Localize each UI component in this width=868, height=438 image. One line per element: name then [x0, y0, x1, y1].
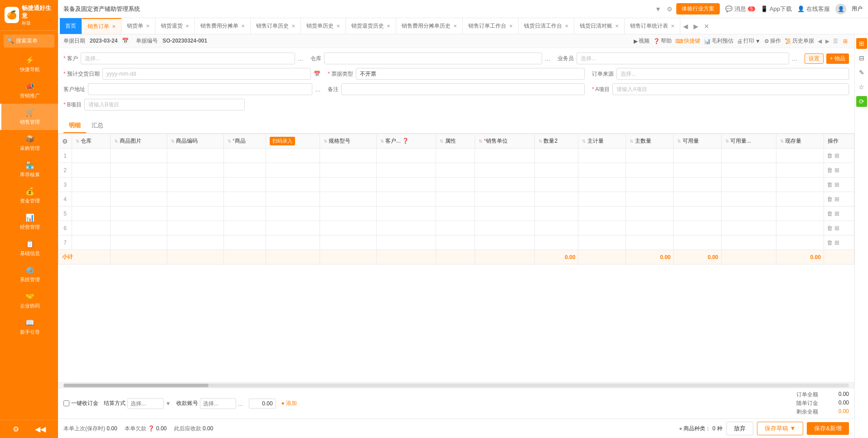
- settings-icon[interactable]: ⚙: [667, 5, 673, 13]
- tab-close-icon[interactable]: ✕: [565, 24, 568, 29]
- b-project-input[interactable]: [84, 99, 245, 111]
- side-refresh-icon[interactable]: ⟳: [856, 96, 867, 107]
- sidebar-item-finance[interactable]: 💰 资金管理: [0, 183, 58, 209]
- scroll-thumb[interactable]: [63, 384, 209, 387]
- toolbar-nav-prev[interactable]: ◀: [818, 38, 822, 44]
- tab-return-history[interactable]: 销货单历史 ✕: [301, 18, 346, 34]
- row-delete-icon[interactable]: 🗑: [827, 152, 833, 159]
- row-available[interactable]: [674, 149, 721, 163]
- row-delete-icon[interactable]: 🗑: [827, 167, 833, 173]
- sidebar-item-inventory[interactable]: 🏪 库存核算: [0, 156, 58, 183]
- payment-method-input[interactable]: [127, 398, 164, 409]
- tab-next-btn[interactable]: ▶: [691, 23, 701, 30]
- tab-sales-order[interactable]: 销售订单 ✕: [82, 18, 121, 34]
- tab-close-icon[interactable]: ✕: [146, 24, 150, 29]
- row-sales-unit[interactable]: [475, 149, 534, 163]
- row-copy-icon[interactable]: ⊞: [834, 210, 839, 217]
- toolbar-nav-next[interactable]: ▶: [825, 38, 829, 44]
- row-copy-icon[interactable]: ⊞: [834, 239, 839, 246]
- sidebar-item-operations[interactable]: 📊 经营管理: [0, 209, 58, 235]
- row-delete-icon[interactable]: 🗑: [827, 196, 833, 202]
- row-product[interactable]: [223, 149, 266, 163]
- tab-close-icon[interactable]: ✕: [671, 24, 674, 29]
- operation-btn[interactable]: ⚙ 操作: [764, 37, 781, 45]
- add-item-btn[interactable]: ● 添加: [281, 399, 297, 407]
- row-main-unit[interactable]: [578, 149, 626, 163]
- row-copy-icon[interactable]: ⊞: [834, 196, 839, 202]
- one-click-collect-checkbox[interactable]: 一键收订金: [63, 399, 98, 407]
- row-delete-icon[interactable]: 🗑: [827, 210, 833, 217]
- tab-close-icon[interactable]: ✕: [509, 24, 513, 29]
- sidebar-item-quick-nav[interactable]: ⚡ 快捷导航: [0, 51, 58, 77]
- row-attribute[interactable]: [436, 149, 475, 163]
- row-copy-icon[interactable]: ⊞: [834, 152, 839, 159]
- toolbar-grid-view[interactable]: ⊞: [842, 38, 849, 45]
- salesman-input[interactable]: [577, 53, 789, 64]
- view-btn[interactable]: ▶ 视频: [634, 37, 650, 45]
- row-delete-icon[interactable]: 🗑: [827, 181, 833, 188]
- one-click-checkbox-input[interactable]: [63, 400, 69, 406]
- history-btn[interactable]: 📜 历史单据: [785, 37, 814, 45]
- invoice-type-select[interactable]: 不开票: [356, 68, 585, 80]
- user-avatar[interactable]: 👤: [835, 4, 846, 14]
- row-delete-icon[interactable]: 🗑: [827, 225, 833, 231]
- warehouse-field-more[interactable]: ...: [545, 55, 550, 62]
- help-icon[interactable]: ❓: [402, 138, 409, 144]
- row-current-stock[interactable]: [776, 149, 824, 163]
- draft-btn[interactable]: 保存草稿 ▼: [757, 422, 803, 435]
- tab-order-stats[interactable]: 销售订单统计表 ✕: [625, 18, 680, 34]
- row-customer-field[interactable]: [376, 149, 436, 163]
- tab-sales-refund[interactable]: 销货退货 ✕: [155, 18, 195, 34]
- addr-more[interactable]: ...: [315, 86, 320, 93]
- app-download-btn[interactable]: 📱 App下载: [761, 5, 792, 13]
- tab-refund-history[interactable]: 销货退货历史 ✕: [346, 18, 396, 34]
- this-save-help[interactable]: ❓: [148, 425, 155, 432]
- tab-close-icon[interactable]: ✕: [453, 24, 457, 29]
- scan-btn[interactable]: 扫码录入: [270, 137, 295, 145]
- a-project-input[interactable]: [612, 83, 849, 95]
- save-new-btn[interactable]: 保存&新增: [807, 422, 849, 435]
- sub-tab-detail[interactable]: 明细: [63, 119, 86, 133]
- sidebar-item-guide[interactable]: 📖 新手引导: [0, 314, 58, 340]
- sub-tab-summary[interactable]: 汇总: [86, 119, 109, 133]
- sidebar-collapse-btn[interactable]: ◀◀: [35, 425, 46, 433]
- sidebar-item-basic-info[interactable]: 📋 基础信息: [0, 235, 58, 261]
- tab-prev-btn[interactable]: ◀: [680, 23, 691, 30]
- help-btn[interactable]: ❓ 帮助: [653, 37, 672, 45]
- shortcut-btn[interactable]: ⌨ 快捷键: [675, 37, 700, 45]
- customer-addr-input[interactable]: [88, 83, 312, 95]
- toolbar-list-view[interactable]: ☰: [833, 38, 838, 44]
- customer-input[interactable]: [81, 53, 295, 64]
- row-qty2[interactable]: [535, 149, 578, 163]
- sidebar-item-system[interactable]: ⚙️ 系统管理: [0, 261, 58, 288]
- tab-close-icon[interactable]: ✕: [241, 24, 245, 29]
- tab-home[interactable]: 首页: [60, 18, 82, 34]
- sidebar-item-marketing[interactable]: 📣 营销推广: [0, 77, 58, 104]
- online-support-btn[interactable]: 👤 在线客服: [797, 5, 830, 13]
- system-title-dropdown[interactable]: ▼: [655, 5, 661, 13]
- calendar-icon[interactable]: 📅: [122, 38, 129, 44]
- add-product-btn[interactable]: + 物品: [826, 53, 849, 64]
- row-main-qty[interactable]: [626, 149, 674, 163]
- remark-input[interactable]: [341, 83, 585, 95]
- tab-close-icon[interactable]: ✕: [185, 24, 189, 29]
- row-copy-icon[interactable]: ⊞: [834, 225, 839, 231]
- row-product-code[interactable]: [167, 149, 224, 163]
- customer-field-more[interactable]: ...: [298, 55, 303, 62]
- row-copy-icon[interactable]: ⊞: [834, 167, 839, 173]
- tab-sales-fee-split[interactable]: 销售费用分摊单 ✕: [195, 18, 251, 34]
- tab-close-icon[interactable]: ✕: [112, 24, 116, 29]
- tab-close-icon[interactable]: ✕: [615, 24, 619, 29]
- tab-expand-btn[interactable]: ✕: [701, 23, 712, 30]
- row-delete-icon[interactable]: 🗑: [827, 239, 833, 246]
- tab-fee-history[interactable]: 销售费用分摊单历史 ✕: [396, 18, 463, 34]
- tab-sales-return[interactable]: 销货单 ✕: [121, 18, 155, 34]
- row-spec[interactable]: [320, 149, 376, 163]
- tab-order-workspace[interactable]: 销售订单工作台 ✕: [463, 18, 519, 34]
- warehouse-input[interactable]: 成品库: [324, 53, 542, 64]
- industry-btn[interactable]: 体验行业方案: [676, 3, 720, 14]
- tab-close-icon[interactable]: ✕: [387, 24, 390, 29]
- profit-btn[interactable]: 📊 毛利预估: [704, 37, 733, 45]
- product-count-icon[interactable]: ●: [679, 425, 682, 432]
- side-edit-icon[interactable]: ✎: [856, 67, 867, 78]
